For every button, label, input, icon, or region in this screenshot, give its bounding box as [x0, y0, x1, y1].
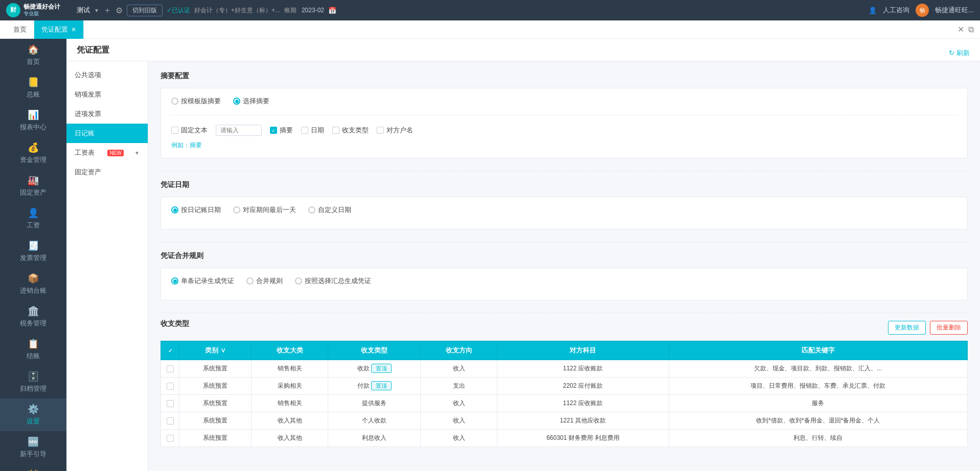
radio-aggregate-circle — [295, 277, 302, 285]
invoice-icon: 🧾 — [28, 240, 39, 251]
archive-icon: 🗄️ — [28, 371, 39, 382]
left-nav-sales-invoice[interactable]: 销项发票 — [66, 85, 148, 104]
sidebar-fund-label: 资金管理 — [20, 155, 47, 164]
radio-merge-rule-label: 合并规则 — [256, 276, 283, 286]
sidebar-item-archive[interactable]: 🗄️ 归档管理 — [0, 366, 66, 398]
td-checkbox-5[interactable] — [161, 430, 179, 447]
row-checkbox-1[interactable] — [167, 365, 174, 372]
td-checkbox-2[interactable] — [161, 378, 179, 395]
env-arrow-icon[interactable]: ▼ — [94, 8, 99, 13]
left-nav-purchase-invoice[interactable]: 进项发票 — [66, 104, 148, 124]
sidebar-item-assets[interactable]: 🏭 固定资产 — [0, 170, 66, 202]
select-all-checkbox[interactable] — [167, 347, 174, 354]
table-row: 系统预置 收入其他 利息收入 收入 660301 财务费用 利息费用 利息、行转… — [161, 430, 968, 447]
update-data-button[interactable]: 更新数据 — [888, 321, 926, 335]
journal-label: 日记账 — [75, 129, 95, 138]
batch-delete-button[interactable]: 批量删除 — [930, 321, 968, 335]
td-keywords-3: 服务 — [669, 395, 967, 412]
radio-journal-date[interactable]: 按日记账日期 — [171, 205, 221, 215]
sidebar-item-closing[interactable]: 📋 结账 — [0, 333, 66, 366]
fixed-text-input[interactable] — [216, 125, 262, 136]
td-checkbox-4[interactable] — [161, 412, 179, 430]
member-icon: 👑 — [28, 469, 39, 471]
checkbox-date[interactable]: 日期 — [301, 126, 324, 135]
radio-single-record[interactable]: 单条记录生成凭证 — [171, 276, 234, 286]
sidebar-item-salary[interactable]: 👤 工资 — [0, 202, 66, 235]
sidebar-item-settings[interactable]: ⚙️ 设置 — [0, 398, 66, 431]
merge-radio-group: 单条记录生成凭证 合并规则 按照选择汇总生成凭证 — [171, 276, 957, 286]
sidebar-item-guide[interactable]: 🆕 新手引导 — [0, 431, 66, 464]
switch-version-button[interactable]: 切到旧版 — [127, 5, 163, 16]
left-nav-fixed-assets[interactable]: 固定资产 — [66, 162, 148, 182]
row-checkbox-2[interactable] — [167, 383, 174, 390]
radio-aggregate[interactable]: 按照选择汇总生成凭证 — [295, 276, 371, 286]
sidebar-item-invoice[interactable]: 🧾 发票管理 — [0, 235, 66, 268]
sidebar-item-tax[interactable]: 🏛️ 税务管理 — [0, 300, 66, 333]
checkbox-income-type[interactable]: 收支类型 — [332, 126, 369, 135]
sidebar-item-member[interactable]: 👑 畅会员 — [0, 464, 66, 471]
user-name[interactable]: 畅捷通旺旺... — [935, 6, 974, 15]
close-window-icon[interactable]: ✕ — [958, 25, 964, 34]
account-info-tag: 好会计（专）+好生意（标）+... — [194, 6, 280, 15]
checkbox-fixed-text[interactable]: 固定文本 — [171, 126, 208, 135]
left-nav-payroll[interactable]: 工资表 NEW ▼ — [66, 143, 148, 162]
row-checkbox-5[interactable] — [167, 435, 174, 442]
radio-aggregate-label: 按照选择汇总生成凭证 — [305, 276, 371, 286]
td-account-4: 1221 其他应收款 — [497, 412, 669, 430]
td-direction-1: 收入 — [421, 360, 497, 378]
sidebar-item-general-ledger[interactable]: 📒 总账 — [0, 72, 66, 104]
sidebar-item-reports[interactable]: 📊 报表中心 — [0, 104, 66, 137]
table-row: 系统预置 采购相关 付款 置顶 支出 2202 应付账款 项目、日常费用、报销款… — [161, 378, 968, 395]
sidebar-settings-label: 设置 — [27, 417, 40, 426]
top-bar: 财 畅捷通好会计 专业版 测试 ▼ ＋ ⚙ 切到旧版 ✓已认证 好会计（专）+好… — [0, 0, 980, 20]
th-select-all[interactable] — [161, 341, 179, 360]
left-nav-public-options[interactable]: 公共选项 — [66, 65, 148, 85]
sidebar-item-fund[interactable]: 💰 资金管理 — [0, 137, 66, 170]
radio-period-last-day[interactable]: 对应期间最后一天 — [233, 205, 296, 215]
settings-icon[interactable]: ⚙ — [116, 6, 123, 15]
checkbox-income-type-label: 收支类型 — [342, 126, 369, 135]
td-sub-type-4: 个人收款 — [328, 412, 421, 430]
pin-tag-1[interactable]: 置顶 — [371, 364, 392, 373]
refresh-button[interactable]: ↻ 刷新 — [949, 49, 970, 58]
radio-select-summary[interactable]: 选择摘要 — [233, 97, 269, 106]
radio-template-summary[interactable]: 按模板版摘要 — [171, 97, 221, 106]
td-sub-type-1: 收款 置顶 — [328, 360, 421, 378]
sidebar-assets-label: 固定资产 — [20, 188, 47, 197]
sidebar-item-inventory[interactable]: 📦 进销台账 — [0, 268, 66, 300]
radio-custom-date[interactable]: 自定义日期 — [308, 205, 351, 215]
pin-tag-2[interactable]: 置顶 — [371, 381, 392, 390]
user-avatar: 畅 — [916, 4, 929, 17]
sidebar-ledger-label: 总账 — [27, 90, 40, 99]
radio-select-label: 选择摘要 — [243, 97, 269, 106]
checkbox-counterpart[interactable]: 对方户名 — [377, 126, 413, 135]
consult-label[interactable]: 人工咨询 — [883, 6, 909, 15]
top-center: 测试 ▼ ＋ ⚙ 切到旧版 ✓已认证 好会计（专）+好生意（标）+... 账期 … — [73, 5, 869, 16]
tab-voucher-config[interactable]: 凭证配置 ✕ — [34, 20, 84, 39]
logo-area: 财 畅捷通好会计 专业版 — [6, 3, 73, 17]
radio-merge-rule[interactable]: 合并规则 — [246, 276, 283, 286]
left-nav-journal[interactable]: 日记账 — [66, 124, 148, 143]
sidebar-closing-label: 结账 — [27, 351, 40, 361]
row-checkbox-4[interactable] — [167, 417, 174, 425]
td-direction-3: 收入 — [421, 395, 497, 412]
salary-icon: 👤 — [28, 207, 39, 219]
sidebar-invoice-label: 发票管理 — [20, 253, 47, 263]
td-checkbox-1[interactable] — [161, 360, 179, 378]
sidebar-item-home[interactable]: 🏠 首页 — [0, 39, 66, 72]
calendar-icon[interactable]: 📅 — [328, 7, 336, 14]
tab-close-icon[interactable]: ✕ — [71, 26, 76, 33]
checkbox-summary[interactable]: 摘要 — [270, 126, 293, 135]
radio-period-last-day-circle — [233, 206, 240, 214]
table-header-row: 收支类型 更新数据 批量删除 — [161, 319, 968, 336]
radio-merge-rule-circle — [246, 277, 254, 285]
td-checkbox-3[interactable] — [161, 395, 179, 412]
payroll-arrow-icon: ▼ — [134, 150, 140, 156]
table-action-buttons: 更新数据 批量删除 — [888, 321, 968, 335]
tab-home[interactable]: 首页 — [6, 20, 34, 39]
add-icon[interactable]: ＋ — [103, 5, 111, 16]
restore-window-icon[interactable]: ⧉ — [968, 25, 974, 34]
th-category: 类别 ∨ — [179, 341, 252, 360]
row-checkbox-3[interactable] — [167, 400, 174, 407]
example-text: 例如：摘要 — [171, 141, 957, 150]
